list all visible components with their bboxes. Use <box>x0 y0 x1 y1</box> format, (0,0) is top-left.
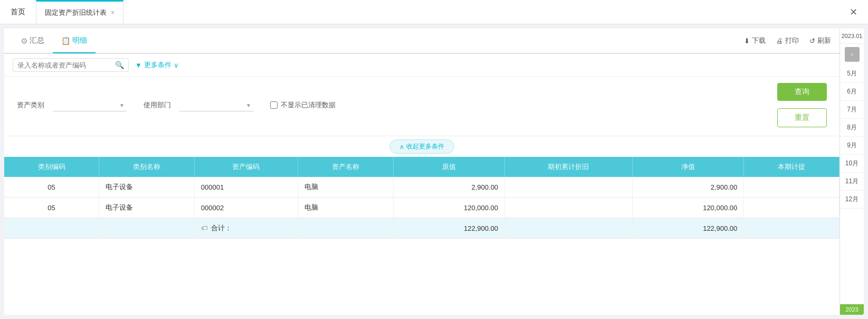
summary-net-value: 122,900.00 <box>632 218 743 239</box>
collapse-button[interactable]: ∧ 收起更多条件 <box>389 139 454 154</box>
tab-close-button[interactable]: × <box>111 9 115 16</box>
col-original-value: 原值 <box>393 157 504 177</box>
summary-accum-dep <box>505 218 633 239</box>
cell-asset-name-1: 电脑 <box>298 177 393 198</box>
asset-category-field: 资产类别 ▼ <box>17 99 127 111</box>
table-row: 05 电子设备 000002 电脑 120,000.00 120,000.00 <box>4 198 840 218</box>
col-accum-depreciation: 期初累计折旧 <box>505 157 633 177</box>
department-label: 使用部门 <box>144 100 175 110</box>
hide-cleared-label[interactable]: 不显示已清理数据 <box>270 100 336 110</box>
month-item-8[interactable]: 8月 <box>840 119 864 137</box>
month-item-6[interactable]: 6月 <box>840 83 864 101</box>
table-header-row: 类别编码 类别名称 资产编码 资产名称 原值 期初累计折旧 净值 本期计提 <box>4 157 840 177</box>
asset-category-select[interactable] <box>53 99 127 111</box>
collapse-bar: ∧ 收起更多条件 <box>4 136 840 157</box>
inner-content: ⊙ 汇总 📋 明细 ⬇ 下载 🖨 打印 <box>4 29 840 315</box>
print-label: 打印 <box>785 36 799 45</box>
month-item-11[interactable]: 11月 <box>840 173 864 191</box>
table-row: 05 电子设备 000001 电脑 2,900.00 2,900.00 <box>4 177 840 198</box>
tab-detail-label: 明细 <box>72 36 87 45</box>
summary-label: 合计： <box>211 224 232 232</box>
col-category-name: 类别名称 <box>99 157 195 177</box>
window-close-button[interactable]: ✕ <box>839 6 868 18</box>
cell-original-value-1: 2,900.00 <box>393 177 504 198</box>
month-item-10[interactable]: 10月 <box>840 155 864 173</box>
cell-category-name-2: 电子设备 <box>99 198 195 218</box>
cell-net-value-1: 2,900.00 <box>632 177 743 198</box>
content-wrapper: ⊙ 汇总 📋 明细 ⬇ 下载 🖨 打印 <box>4 29 864 315</box>
tab-summary[interactable]: ⊙ 汇总 <box>13 29 53 53</box>
search-icon: 🔍 <box>115 61 124 69</box>
filter-bar: 🔍 ▼ 更多条件 ∨ <box>4 54 840 77</box>
search-input-wrap[interactable]: 🔍 <box>13 58 129 72</box>
collapse-up-icon: ∧ <box>399 143 404 151</box>
month-list: 5月 6月 7月 8月 9月 10月 11月 12月 <box>840 65 864 304</box>
download-label: 下载 <box>752 36 766 45</box>
sub-tab-bar: ⊙ 汇总 📋 明细 ⬇ 下载 🖨 打印 <box>4 29 840 54</box>
sidebar-nav-arrow[interactable]: › <box>845 47 860 62</box>
col-category-code: 类别编码 <box>4 157 99 177</box>
right-sidebar: 2023.01 › 5月 6月 7月 8月 9月 10月 11月 12月 202… <box>840 29 864 315</box>
print-action[interactable]: 🖨 打印 <box>776 36 799 45</box>
cell-category-code-2: 05 <box>4 198 99 218</box>
cell-period-dep-1 <box>744 177 840 198</box>
search-input[interactable] <box>17 61 115 69</box>
month-item-12[interactable]: 12月 <box>840 191 864 209</box>
tab-detail[interactable]: 📋 明细 <box>53 29 96 53</box>
cell-asset-code-1: 000001 <box>194 177 298 198</box>
department-select[interactable] <box>179 99 253 111</box>
detail-icon: 📋 <box>61 36 70 45</box>
cell-category-name-1: 电子设备 <box>99 177 195 198</box>
summary-empty-1 <box>4 218 99 239</box>
chevron-down-icon: ∨ <box>174 61 179 69</box>
cell-asset-name-2: 电脑 <box>298 198 393 218</box>
adv-filter-row: 资产类别 ▼ 使用部门 <box>17 83 827 127</box>
summary-empty-2 <box>99 218 195 239</box>
year-badge[interactable]: 2023 <box>840 304 864 315</box>
reset-button[interactable]: 重置 <box>777 108 827 127</box>
summary-original-value: 122,900.00 <box>393 218 504 239</box>
download-action[interactable]: ⬇ 下载 <box>744 36 766 45</box>
table-wrap: 类别编码 类别名称 资产编码 资产名称 原值 期初累计折旧 净值 本期计提 05 <box>4 157 840 315</box>
download-icon: ⬇ <box>744 37 750 45</box>
cell-original-value-2: 120,000.00 <box>393 198 504 218</box>
collapse-label: 收起更多条件 <box>406 142 444 151</box>
cell-category-code-1: 05 <box>4 177 99 198</box>
department-select-wrap: ▼ <box>179 99 253 111</box>
cell-asset-code-2: 000002 <box>194 198 298 218</box>
tab-active[interactable]: 固定资产折旧统计表 × <box>36 0 123 24</box>
summary-row: 🏷 合计： 122,900.00 122,900.00 <box>4 218 840 239</box>
department-field: 使用部门 ▼ <box>144 99 253 111</box>
month-item-5[interactable]: 5月 <box>840 65 864 83</box>
refresh-label: 刷新 <box>817 36 831 45</box>
summary-icon: ⊙ <box>21 36 27 45</box>
summary-empty-4 <box>298 218 393 239</box>
asset-category-select-wrap: ▼ <box>53 99 127 111</box>
sidebar-date: 2023.01 <box>840 29 864 44</box>
summary-empty-3: 🏷 合计： <box>194 218 298 239</box>
refresh-icon: ↺ <box>809 37 815 45</box>
cell-net-value-2: 120,000.00 <box>632 198 743 218</box>
adv-filter-panel: 资产类别 ▼ 使用部门 <box>4 77 840 136</box>
more-conditions-label: 更多条件 <box>144 60 171 70</box>
data-table: 类别编码 类别名称 资产编码 资产名称 原值 期初累计折旧 净值 本期计提 05 <box>4 157 840 239</box>
filter-icon: ▼ <box>135 61 142 69</box>
tab-home[interactable]: 首页 <box>0 0 36 24</box>
summary-period-dep <box>744 218 840 239</box>
query-button[interactable]: 查询 <box>777 83 827 101</box>
month-item-9[interactable]: 9月 <box>840 137 864 155</box>
cell-period-dep-2 <box>744 198 840 218</box>
tab-bar: 首页 固定资产折旧统计表 × ✕ <box>0 0 868 24</box>
col-asset-code: 资产编码 <box>194 157 298 177</box>
hide-cleared-checkbox[interactable] <box>270 101 278 109</box>
hide-cleared-text: 不显示已清理数据 <box>281 100 336 110</box>
month-item-7[interactable]: 7月 <box>840 101 864 119</box>
cell-accum-dep-2 <box>505 198 633 218</box>
more-conditions-btn[interactable]: ▼ 更多条件 ∨ <box>135 60 179 70</box>
col-period-depreciation: 本期计提 <box>744 157 840 177</box>
sub-tab-actions: ⬇ 下载 🖨 打印 ↺ 刷新 <box>744 36 831 45</box>
refresh-action[interactable]: ↺ 刷新 <box>809 36 831 45</box>
summary-icon: 🏷 <box>201 224 207 232</box>
col-net-value: 净值 <box>632 157 743 177</box>
col-asset-name: 资产名称 <box>298 157 393 177</box>
